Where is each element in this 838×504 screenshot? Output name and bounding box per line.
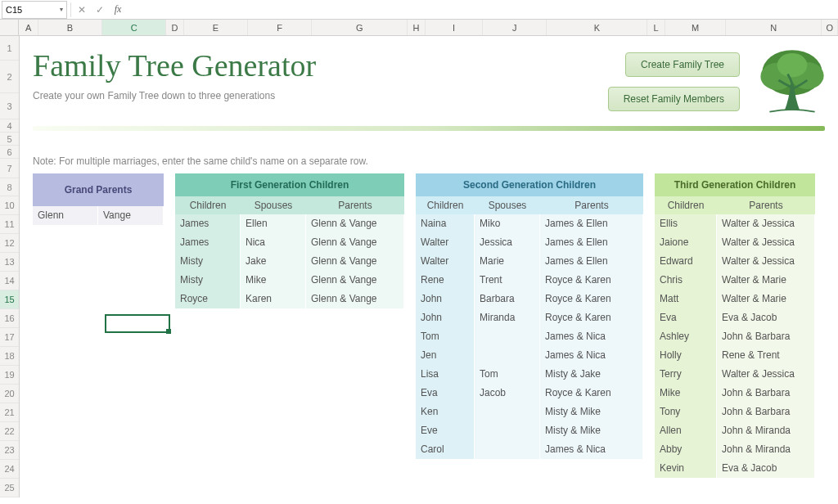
gen1-cell[interactable]: James xyxy=(175,214,241,233)
create-family-tree-button[interactable]: Create Family Tree xyxy=(625,52,740,77)
confirm-icon[interactable]: ✓ xyxy=(91,1,109,19)
gen1-row[interactable]: MistyMikeGlenn & Vange xyxy=(175,271,404,290)
gen3-cell[interactable]: Walter & Marie xyxy=(717,271,815,290)
row-header-23[interactable]: 23 xyxy=(0,441,19,460)
gen2-row[interactable]: NainaMikoJames & Ellen xyxy=(416,214,643,233)
gen3-cell[interactable]: Walter & Jessica xyxy=(717,365,815,384)
gen1-row[interactable]: RoyceKarenGlenn & Vange xyxy=(175,290,404,308)
gen2-row[interactable]: CarolJames & Nica xyxy=(416,440,643,459)
row-header-7[interactable]: 7 xyxy=(0,159,19,178)
column-header-N[interactable]: N xyxy=(726,20,822,35)
gen3-cell[interactable]: Allen xyxy=(655,421,717,440)
gen2-cell[interactable]: Jessica xyxy=(475,233,540,252)
gen1-row[interactable]: MistyJakeGlenn & Vange xyxy=(175,252,404,271)
gen1-cell[interactable]: Glenn & Vange xyxy=(306,252,404,271)
gen3-cell[interactable]: John & Barbara xyxy=(717,403,815,421)
gen3-row[interactable]: MattWalter & Marie xyxy=(655,290,815,308)
gen1-cell[interactable]: Karen xyxy=(241,290,306,308)
gen2-cell[interactable]: Royce & Karen xyxy=(540,271,643,290)
spreadsheet-grid[interactable]: ABCDEFGHIJKLMNO 123456781011121314151617… xyxy=(0,20,838,504)
gen2-cell[interactable]: John xyxy=(416,308,475,327)
gen2-row[interactable]: WalterMarieJames & Ellen xyxy=(416,252,643,271)
gen2-cell[interactable] xyxy=(475,327,540,346)
column-header-G[interactable]: G xyxy=(312,20,408,35)
row-header-18[interactable]: 18 xyxy=(0,347,19,366)
gen2-cell[interactable]: Rene xyxy=(416,271,475,290)
gen3-cell[interactable]: Chris xyxy=(655,271,717,290)
gen1-cell[interactable]: Glenn & Vange xyxy=(306,271,404,290)
gen2-cell[interactable]: Royce & Karen xyxy=(540,384,643,403)
row-header-14[interactable]: 14 xyxy=(0,272,19,290)
gen2-cell[interactable]: Tom xyxy=(475,365,540,384)
gen2-cell[interactable]: Tom xyxy=(416,327,475,346)
gen3-cell[interactable]: Walter & Marie xyxy=(717,290,815,308)
row-header-6[interactable]: 6 xyxy=(0,146,19,159)
gen3-cell[interactable]: Edward xyxy=(655,252,717,271)
gen2-cell[interactable] xyxy=(475,403,540,421)
row-header-3[interactable]: 3 xyxy=(0,93,19,119)
gen2-row[interactable]: EvaJacobRoyce & Karen xyxy=(416,384,643,403)
row-header-10[interactable]: 10 xyxy=(0,196,19,215)
row-header-19[interactable]: 19 xyxy=(0,366,19,385)
gen3-cell[interactable]: Terry xyxy=(655,365,717,384)
row-header-15[interactable]: 15 xyxy=(0,290,19,309)
row-header-12[interactable]: 12 xyxy=(0,234,19,253)
row-header-5[interactable]: 5 xyxy=(0,133,19,146)
row-header-17[interactable]: 17 xyxy=(0,328,19,347)
gen2-cell[interactable]: James & Nica xyxy=(540,346,643,365)
gen2-cell[interactable]: Lisa xyxy=(416,365,475,384)
row-header-8[interactable]: 8 xyxy=(0,178,19,196)
row-header-2[interactable]: 2 xyxy=(0,61,19,93)
gen2-cell[interactable]: Barbara xyxy=(475,290,540,308)
gen2-cell[interactable]: Eva xyxy=(416,384,475,403)
name-box[interactable]: C15 ▾ xyxy=(2,1,67,19)
gen2-row[interactable]: JenJames & Nica xyxy=(416,346,643,365)
gen2-cell[interactable] xyxy=(475,440,540,459)
gen2-cell[interactable] xyxy=(475,421,540,440)
gen2-cell[interactable]: Naina xyxy=(416,214,475,233)
gen2-cell[interactable]: Carol xyxy=(416,440,475,459)
gen3-cell[interactable]: Mike xyxy=(655,384,717,403)
gen2-row[interactable]: EveMisty & Mike xyxy=(416,421,643,440)
grandparents-cell[interactable]: Glenn xyxy=(33,206,98,225)
gen3-cell[interactable]: Walter & Jessica xyxy=(717,214,815,233)
row-header-13[interactable]: 13 xyxy=(0,253,19,272)
column-header-O[interactable]: O xyxy=(822,20,838,35)
gen2-row[interactable]: KenMisty & Mike xyxy=(416,403,643,421)
select-all-corner[interactable] xyxy=(0,20,19,35)
gen1-row[interactable]: JamesEllenGlenn & Vange xyxy=(175,214,404,233)
grandparents-row[interactable]: GlennVange xyxy=(33,206,164,225)
grandparents-cell[interactable]: Vange xyxy=(98,206,164,225)
gen3-row[interactable]: KevinEva & Jacob xyxy=(655,459,815,478)
gen2-cell[interactable]: Marie xyxy=(475,252,540,271)
gen3-cell[interactable]: Rene & Trent xyxy=(717,346,815,365)
gen1-cell[interactable]: James xyxy=(175,233,241,252)
row-header-25[interactable]: 25 xyxy=(0,479,19,497)
gen2-cell[interactable]: John xyxy=(416,290,475,308)
gen1-cell[interactable]: Misty xyxy=(175,252,241,271)
column-header-I[interactable]: I xyxy=(426,20,483,35)
gen2-cell[interactable] xyxy=(475,346,540,365)
gen2-row[interactable]: ReneTrentRoyce & Karen xyxy=(416,271,643,290)
gen2-cell[interactable]: Misty & Mike xyxy=(540,403,643,421)
gen3-cell[interactable]: John & Barbara xyxy=(717,384,815,403)
gen3-cell[interactable]: Jaione xyxy=(655,233,717,252)
gen3-row[interactable]: EvaEva & Jacob xyxy=(655,308,815,327)
row-header-1[interactable]: 1 xyxy=(0,36,19,61)
gen3-row[interactable]: JaioneWalter & Jessica xyxy=(655,233,815,252)
column-header-M[interactable]: M xyxy=(665,20,726,35)
gen3-cell[interactable]: Abby xyxy=(655,440,717,459)
gen1-cell[interactable]: Glenn & Vange xyxy=(306,290,404,308)
gen2-row[interactable]: TomJames & Nica xyxy=(416,327,643,346)
fx-icon[interactable]: fx xyxy=(109,1,127,19)
gen2-cell[interactable]: Miranda xyxy=(475,308,540,327)
row-header-24[interactable]: 24 xyxy=(0,460,19,479)
gen1-cell[interactable]: Royce xyxy=(175,290,241,308)
gen2-cell[interactable]: Royce & Karen xyxy=(540,290,643,308)
name-box-dropdown-icon[interactable]: ▾ xyxy=(60,6,63,13)
gen1-cell[interactable]: Mike xyxy=(241,271,306,290)
formula-input[interactable] xyxy=(127,1,838,19)
gen1-cell[interactable]: Ellen xyxy=(241,214,306,233)
gen2-cell[interactable]: Walter xyxy=(416,233,475,252)
reset-family-members-button[interactable]: Reset Family Members xyxy=(608,87,740,111)
